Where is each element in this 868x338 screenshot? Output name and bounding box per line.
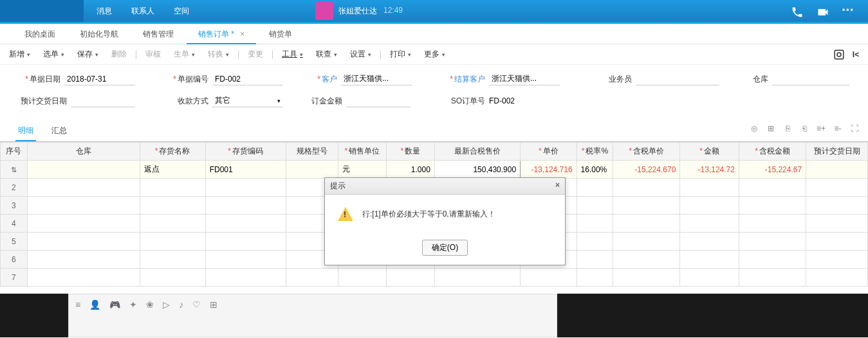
- cell-tax-unit-price[interactable]: -15,224.670: [613, 161, 680, 179]
- tab-init-nav[interactable]: 初始化导航: [68, 24, 130, 44]
- cell-warehouse[interactable]: [27, 161, 140, 179]
- empty-cell[interactable]: [27, 197, 140, 215]
- empty-cell[interactable]: [613, 179, 680, 197]
- empty-cell[interactable]: [338, 269, 386, 287]
- empty-cell[interactable]: [577, 251, 613, 269]
- warehouse-field[interactable]: [772, 73, 849, 85]
- empty-cell[interactable]: [577, 197, 613, 215]
- row-number[interactable]: 2: [1, 179, 28, 197]
- add-row-icon[interactable]: ⊞: [765, 123, 777, 134]
- empty-cell[interactable]: [434, 269, 520, 287]
- empty-cell[interactable]: [577, 179, 613, 197]
- select-button[interactable]: 选单▾: [37, 44, 71, 65]
- copy-row-icon[interactable]: ⎘: [782, 123, 793, 134]
- dialog-close-icon[interactable]: ×: [555, 181, 560, 191]
- pay-method-field[interactable]: 其它 ▾: [212, 94, 283, 107]
- cell-tax-rate[interactable]: 16.00%: [577, 161, 613, 179]
- empty-cell[interactable]: [286, 269, 338, 287]
- cell-unit-price[interactable]: -13,124.716: [521, 161, 577, 179]
- row-handle[interactable]: ⇅: [1, 161, 28, 179]
- empty-cell[interactable]: [806, 197, 868, 215]
- empty-cell[interactable]: [27, 269, 140, 287]
- insert-row-icon[interactable]: ≡+: [815, 123, 827, 134]
- customer-label[interactable]: 客户: [322, 75, 337, 84]
- empty-cell[interactable]: [577, 269, 613, 287]
- expand-icon[interactable]: ⛶: [849, 123, 860, 134]
- col-stock-name[interactable]: *存货名称: [140, 143, 205, 161]
- salesman-field[interactable]: [636, 73, 719, 85]
- empty-cell[interactable]: [680, 215, 739, 233]
- empty-cell[interactable]: [386, 269, 434, 287]
- col-sale-unit[interactable]: *销售单位: [338, 143, 386, 161]
- cell-expect-date[interactable]: [806, 161, 868, 179]
- empty-cell[interactable]: [739, 251, 806, 269]
- row-number[interactable]: 7: [1, 269, 28, 287]
- close-icon[interactable]: ×: [240, 30, 245, 39]
- joint-button[interactable]: 联查▾: [309, 44, 344, 65]
- cell-stock-code[interactable]: FD001: [205, 161, 286, 179]
- empty-cell[interactable]: [205, 197, 286, 215]
- empty-cell[interactable]: [613, 215, 680, 233]
- print-button[interactable]: 打印▾: [383, 44, 418, 65]
- empty-cell[interactable]: [140, 269, 205, 287]
- row-number[interactable]: 3: [1, 197, 28, 215]
- empty-cell[interactable]: [140, 197, 205, 215]
- empty-cell[interactable]: [205, 215, 286, 233]
- empty-cell[interactable]: [680, 251, 739, 269]
- more-icon[interactable]: •••: [842, 6, 855, 16]
- empty-cell[interactable]: [27, 233, 140, 251]
- row-number[interactable]: 5: [1, 233, 28, 251]
- save-button[interactable]: 保存▾: [71, 44, 105, 65]
- tools-button[interactable]: 工具▾: [275, 44, 309, 65]
- col-stock-code[interactable]: *存货编码: [205, 143, 286, 161]
- col-warehouse[interactable]: 仓库: [27, 143, 140, 161]
- customer-field[interactable]: 浙江天猫供...: [341, 73, 412, 85]
- empty-cell[interactable]: [806, 251, 868, 269]
- empty-cell[interactable]: [739, 179, 806, 197]
- delete-row-icon[interactable]: ≡-: [832, 123, 844, 134]
- video-icon[interactable]: [817, 6, 829, 16]
- col-seq[interactable]: 序号: [1, 143, 28, 161]
- settle-customer-field[interactable]: 浙江天猫供...: [489, 73, 560, 85]
- empty-cell[interactable]: [680, 197, 739, 215]
- col-latest-tax-price[interactable]: 最新合税售价: [434, 143, 520, 161]
- empty-cell[interactable]: [806, 233, 868, 251]
- col-qty[interactable]: *数量: [386, 143, 434, 161]
- empty-cell[interactable]: [806, 179, 868, 197]
- col-tax-unit-price[interactable]: *含税单价: [613, 143, 680, 161]
- empty-cell[interactable]: [613, 233, 680, 251]
- empty-cell[interactable]: [27, 251, 140, 269]
- empty-cell[interactable]: [613, 269, 680, 287]
- cell-spec[interactable]: [286, 161, 338, 179]
- empty-cell[interactable]: [205, 251, 286, 269]
- expect-date-field[interactable]: [71, 94, 135, 107]
- empty-cell[interactable]: [739, 197, 806, 215]
- settings-button[interactable]: 设置▾: [344, 44, 378, 65]
- empty-cell[interactable]: [27, 215, 140, 233]
- row-number[interactable]: 6: [1, 251, 28, 269]
- empty-cell[interactable]: [140, 179, 205, 197]
- empty-cell[interactable]: [521, 269, 577, 287]
- empty-cell[interactable]: [140, 233, 205, 251]
- empty-cell[interactable]: [577, 215, 613, 233]
- empty-cell[interactable]: [205, 233, 286, 251]
- empty-cell[interactable]: [613, 197, 680, 215]
- col-unit-price[interactable]: *单价: [521, 143, 577, 161]
- empty-cell[interactable]: [680, 179, 739, 197]
- row-number[interactable]: 4: [1, 215, 28, 233]
- table-row[interactable]: 7: [1, 269, 868, 287]
- tab-my-desktop[interactable]: 我的桌面: [13, 24, 67, 44]
- empty-cell[interactable]: [739, 233, 806, 251]
- empty-cell[interactable]: [140, 215, 205, 233]
- empty-cell[interactable]: [27, 179, 140, 197]
- empty-cell[interactable]: [140, 251, 205, 269]
- top-tab-messages[interactable]: 消息: [97, 6, 112, 17]
- tab-summary[interactable]: 汇总: [49, 121, 69, 141]
- code-field[interactable]: FD-002: [212, 73, 283, 85]
- empty-cell[interactable]: [205, 269, 286, 287]
- more-button[interactable]: 更多▾: [418, 44, 452, 65]
- empty-cell[interactable]: [806, 215, 868, 233]
- col-tax-amount[interactable]: *含税金额: [739, 143, 806, 161]
- col-expect-date[interactable]: 预计交货日期: [806, 143, 868, 161]
- col-amount[interactable]: *金额: [680, 143, 739, 161]
